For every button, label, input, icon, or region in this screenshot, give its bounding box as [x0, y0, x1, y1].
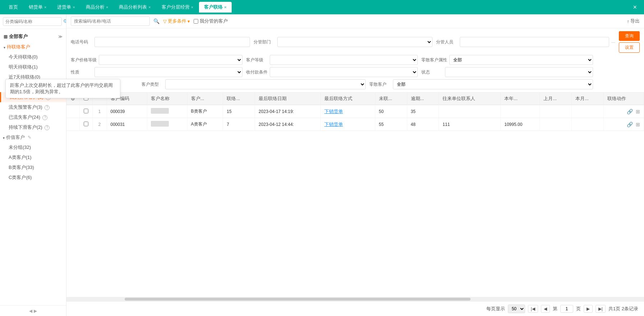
col-unit-contacts[interactable]: 往来单位联系人: [439, 93, 501, 105]
filter-retail-attr-select[interactable]: 全部: [449, 55, 593, 65]
page-size-select[interactable]: 50: [508, 305, 525, 313]
sidebar-item-churn-warning[interactable]: 流失预警客户(3) ?: [0, 102, 66, 112]
tab-product-analysis-list[interactable]: 商品分析列表 ×: [114, 2, 156, 13]
col-contact-action[interactable]: 联络动作: [603, 93, 644, 105]
row1-grid-icon[interactable]: ⊞: [636, 109, 640, 114]
row1-select-checkbox[interactable]: [84, 109, 88, 113]
filter-payment-field: 收付款条件: [246, 67, 418, 77]
col-this-year[interactable]: 本年...: [501, 93, 540, 105]
row2-customer-code[interactable]: 000031: [107, 118, 147, 131]
question-icon[interactable]: ?: [45, 105, 50, 110]
sidebar-item-ungraded[interactable]: 未分组(32): [0, 142, 66, 152]
sidebar-item-c-class[interactable]: C类客户(6): [0, 173, 66, 183]
filter-icon: ▽: [163, 19, 167, 24]
search-input[interactable]: [71, 16, 150, 26]
tab-home[interactable]: 首页: [4, 2, 23, 13]
col-customer-type[interactable]: 客户...: [187, 93, 223, 105]
close-icon[interactable]: ×: [148, 5, 150, 9]
tab-customer-tier-label: 客户分层经营: [162, 4, 190, 10]
last-page-button[interactable]: ▶|: [596, 305, 606, 313]
row2-customer-name[interactable]: [147, 118, 187, 131]
scroll-thumb[interactable]: [125, 298, 470, 301]
close-icon[interactable]: ×: [191, 5, 193, 9]
filter-retail-attr-label: 零散客户属性: [421, 57, 447, 63]
col-last-contact-date[interactable]: 最后联络日期: [255, 93, 321, 105]
sidebar-section-pending[interactable]: 待联络客户: [0, 42, 66, 52]
filter-nature-select[interactable]: [94, 67, 242, 77]
sidebar-item-a-class[interactable]: A类客户(1): [0, 152, 66, 162]
row2-customer-type: A类客户: [187, 118, 223, 131]
main-layout: 🔍 ⊞ 全部客户 ≫ 待联络客户 今天待联络(0) 明天待联络(1) 近7天待联…: [0, 14, 644, 316]
more-conditions-button[interactable]: ▽ 更多条件 ▾: [163, 18, 190, 24]
row1-customer-code[interactable]: 000039: [107, 105, 147, 118]
close-icon[interactable]: ×: [106, 5, 108, 9]
first-page-button[interactable]: |◀: [528, 305, 538, 313]
close-icon[interactable]: ×: [224, 5, 226, 9]
sidebar-item-churned[interactable]: 已流失客户(24) ?: [0, 112, 66, 122]
filter-phone-input[interactable]: [94, 37, 250, 47]
row2-select-checkbox[interactable]: [84, 122, 88, 126]
sidebar-section-value-customers[interactable]: 价值客户 ✎: [0, 132, 66, 142]
sidebar-search-input[interactable]: [3, 17, 62, 26]
filter-dept-select[interactable]: [277, 37, 433, 47]
sidebar-item-today[interactable]: 今天待联络(0): [0, 52, 66, 62]
row1-customer-name[interactable]: [147, 105, 187, 118]
filter-customer-type-select[interactable]: [165, 79, 365, 89]
row2-last-contact-method[interactable]: 下销货单: [320, 118, 375, 131]
filter-manager-input[interactable]: [460, 37, 609, 47]
row2-link-icon[interactable]: 🔗: [627, 122, 633, 127]
my-customers-checkbox[interactable]: [194, 19, 198, 24]
col-contacts[interactable]: 联络...: [223, 93, 255, 105]
page-input[interactable]: [560, 305, 573, 313]
filter-payment-select[interactable]: [270, 67, 418, 77]
filter-retail-customer-select[interactable]: 全部: [393, 79, 593, 89]
row1-last-contact-method[interactable]: 下销货单: [320, 105, 375, 118]
search-button[interactable]: 🔍: [153, 18, 159, 24]
col-unreached[interactable]: 未联...: [375, 93, 407, 105]
query-button[interactable]: 查询: [619, 31, 640, 41]
sidebar-collapse-icon[interactable]: ≫: [58, 34, 62, 39]
col-this-month[interactable]: 本月...: [572, 93, 604, 105]
row1-link-icon[interactable]: 🔗: [627, 109, 633, 114]
dots-button[interactable]: ···: [611, 39, 615, 45]
close-icon[interactable]: ×: [73, 5, 75, 9]
tab-purchase-order[interactable]: 进货单 ×: [52, 2, 80, 13]
export-button[interactable]: ↑ 导出: [627, 18, 640, 24]
sidebar-item-b-class[interactable]: B类客户(33): [0, 162, 66, 173]
tab-product-analysis[interactable]: 商品分析 ×: [81, 2, 113, 13]
filter-customer-grade-select[interactable]: [270, 55, 418, 65]
col-overdue[interactable]: 逾期...: [407, 93, 439, 105]
filter-status-select[interactable]: [445, 67, 593, 77]
row1-this-month: [572, 105, 604, 118]
filter-panel: 电话号码 分管部门 分管人员 ··· 查询 设置: [66, 28, 644, 93]
tab-customer-contact[interactable]: 客户联络 ×: [199, 2, 231, 13]
question-icon[interactable]: ?: [42, 115, 47, 120]
settings-button[interactable]: 设置: [619, 42, 640, 53]
close-icon[interactable]: ×: [44, 5, 46, 9]
sidebar-content: ⊞ 全部客户 ≫ 待联络客户 今天待联络(0) 明天待联络(1) 近7天待联络(…: [0, 29, 66, 305]
col-last-contact-method[interactable]: 最后联络方式: [320, 93, 375, 105]
sidebar-item-declining[interactable]: 持续下滑客户(2) ?: [0, 122, 66, 132]
edit-icon[interactable]: ✎: [28, 135, 31, 140]
prev-page-button[interactable]: ◀: [541, 305, 550, 313]
tab-sales-order[interactable]: 销货单 ×: [24, 2, 51, 13]
search-icon[interactable]: 🔍: [63, 19, 66, 24]
row2-overdue: 48: [407, 118, 439, 131]
filter-price-grade-label: 客户价格等级: [71, 57, 97, 63]
row1-unreached: 50: [375, 105, 407, 118]
sidebar-nav-arrows[interactable]: ◀ ▶: [29, 308, 37, 313]
filter-price-grade-select[interactable]: [99, 55, 242, 65]
col-last-month[interactable]: 上月...: [540, 93, 572, 105]
sidebar: 🔍 ⊞ 全部客户 ≫ 待联络客户 今天待联络(0) 明天待联络(1) 近7天待联…: [0, 14, 66, 316]
window-close-button[interactable]: ×: [629, 4, 640, 11]
question-icon[interactable]: ?: [45, 125, 50, 130]
filter-status-field: 状态: [421, 67, 593, 77]
chevron-down-icon: ▾: [187, 19, 190, 24]
sidebar-all-customers[interactable]: ⊞ 全部客户 ≫: [0, 31, 66, 42]
tab-customer-tier[interactable]: 客户分层经营 ×: [157, 2, 198, 13]
row2-grid-icon[interactable]: ⊞: [636, 122, 640, 127]
col-customer-name[interactable]: 客户名称: [147, 93, 187, 105]
sidebar-item-tomorrow[interactable]: 明天待联络(1): [0, 62, 66, 72]
next-page-button[interactable]: ▶: [584, 305, 593, 313]
horizontal-scrollbar[interactable]: [66, 297, 644, 301]
